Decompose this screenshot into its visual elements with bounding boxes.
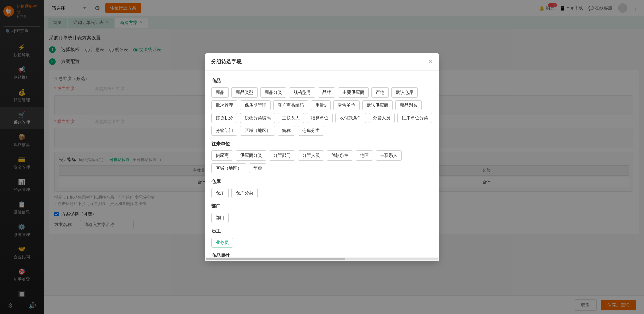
field-tag-spec-type[interactable]: 规格型号 (289, 87, 315, 98)
field-tag-retail-unit[interactable]: 零售单位 (333, 100, 360, 110)
field-tag-settlement-unit[interactable]: 结算单位 (307, 113, 333, 123)
modal-title: 分组待选字段 (211, 59, 241, 65)
scrollbar-thumb (206, 258, 345, 260)
field-tag-dept-mgmt[interactable]: 分管部门 (211, 126, 237, 136)
field-tag-region-partner[interactable]: 地区 (356, 150, 373, 161)
section-title-partner: 往来单位 (211, 141, 433, 147)
field-tag-region2-partner[interactable]: 区域（地区） (211, 163, 246, 173)
field-tag-region-product[interactable]: 区域（地区） (240, 126, 275, 136)
field-tag-product-type[interactable]: 商品类型 (231, 87, 258, 98)
field-tag-payment-cond[interactable]: 付款条件 (327, 150, 353, 161)
section-title-product-attr: 商品属性 (211, 253, 433, 257)
field-tags-employee: 业务员 (211, 238, 433, 248)
field-tag-customer-code[interactable]: 客户商品编码 (273, 100, 308, 110)
section-title-employee: 员工 (211, 228, 433, 234)
field-tag-brand[interactable]: 品牌 (318, 87, 335, 98)
field-tag-default-supplier[interactable]: 默认供应商 (362, 100, 393, 110)
field-tag-short-name[interactable]: 简称 (278, 126, 295, 136)
field-tag-pick-points[interactable]: 拣货积分 (211, 113, 237, 123)
section-title-dept: 部门 (211, 203, 433, 209)
field-tags-partner: 供应商供应商分类分管部门分管人员付款条件地区主联系人区域（地区）简称 (211, 150, 433, 173)
section-title-warehouse: 仓库 (211, 179, 433, 185)
field-tags-product: 商品商品类型商品分类规格型号品牌主要供应商产地默认仓库批次管理保质期管理客户商品… (211, 87, 433, 136)
field-tag-short-name-partner[interactable]: 简称 (249, 163, 266, 173)
field-tag-expiry-mgmt[interactable]: 保质期管理 (240, 100, 271, 110)
modal-body: 商品商品商品类型商品分类规格型号品牌主要供应商产地默认仓库批次管理保质期管理客户… (205, 71, 439, 257)
field-tag-dept[interactable]: 部门 (211, 213, 229, 223)
field-tag-origin-unit-category[interactable]: 往来单位分类 (397, 113, 432, 123)
modal-scrollbar[interactable] (205, 257, 439, 261)
modal-overlay[interactable]: 分组待选字段 ✕ 商品商品商品类型商品分类规格型号品牌主要供应商产地默认仓库批次… (0, 0, 644, 314)
field-tag-default-warehouse[interactable]: 默认仓库 (391, 87, 418, 98)
field-tags-warehouse: 仓库仓库分类 (211, 188, 433, 198)
field-tag-supplier[interactable]: 供应商 (211, 150, 233, 161)
modal-header: 分组待选字段 ✕ (205, 53, 439, 71)
field-tag-product[interactable]: 商品 (211, 87, 229, 98)
modal-close-button[interactable]: ✕ (428, 59, 433, 65)
field-tag-supervisor-partner[interactable]: 分管人员 (298, 150, 324, 161)
field-tag-warehouse-category[interactable]: 仓库分类 (298, 126, 324, 136)
field-tag-weight3[interactable]: 重量3 (311, 100, 331, 110)
modal-dialog: 分组待选字段 ✕ 商品商品商品类型商品分类规格型号品牌主要供应商产地默认仓库批次… (205, 53, 439, 261)
field-tag-warehouse-cat[interactable]: 仓库分类 (231, 188, 258, 198)
field-tag-tax-code[interactable]: 税收分类编码 (240, 113, 275, 123)
field-tag-supplier-category[interactable]: 供应商分类 (236, 150, 266, 161)
field-tag-main-supplier[interactable]: 主要供应商 (338, 87, 369, 98)
field-tag-origin[interactable]: 产地 (371, 87, 389, 98)
field-tag-supervisor[interactable]: 分管人员 (369, 113, 395, 123)
field-tag-dept-partner[interactable]: 分管部门 (269, 150, 295, 161)
section-title-product: 商品 (211, 78, 433, 84)
field-tags-dept: 部门 (211, 213, 433, 223)
field-tag-payment-terms[interactable]: 收付款条件 (335, 113, 366, 123)
field-tag-warehouse[interactable]: 仓库 (211, 188, 229, 198)
scrollbar-track (206, 258, 438, 260)
field-tag-main-contact[interactable]: 主联系人 (278, 113, 304, 123)
field-tag-product-alias[interactable]: 商品别名 (395, 100, 422, 110)
field-tag-product-category[interactable]: 商品分类 (260, 87, 286, 98)
field-tag-batch-mgmt[interactable]: 批次管理 (211, 100, 237, 110)
field-tag-salesperson[interactable]: 业务员 (211, 238, 233, 248)
field-tag-main-contact-partner[interactable]: 主联系人 (376, 150, 402, 161)
